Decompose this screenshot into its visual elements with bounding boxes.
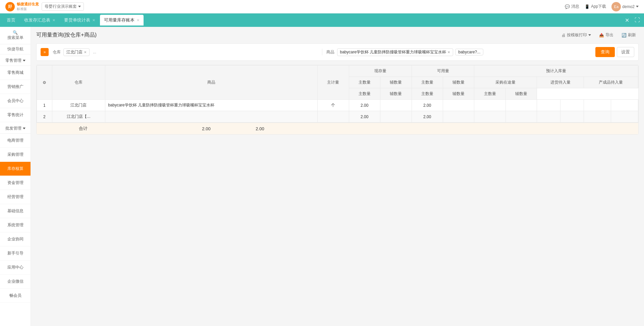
- search-icon: 🔍: [3, 30, 28, 35]
- stock-main-header: 主数量: [349, 77, 380, 88]
- industry-selector[interactable]: 母婴行业演示账套: [42, 2, 84, 11]
- top-bar: 好 畅捷通好生意 标准版 母婴行业演示账套 💬 消息 📱 App下载 Ea de…: [0, 0, 644, 13]
- sidebar-item-finance-mgmt[interactable]: 资金管理: [0, 176, 31, 190]
- settings-button[interactable]: 设置: [617, 47, 634, 57]
- tab-order-stats[interactable]: 要货单统计表 ✕: [60, 15, 99, 26]
- sidebar: 🔍 搜索菜单 快捷导航 零售管理 零售商城 营销推广 会员中心 零售统计 批发管…: [0, 27, 31, 326]
- inc-main-header: 主数量: [412, 88, 443, 100]
- row-avail-aux: [443, 100, 474, 111]
- data-table: ⚙ 仓库 商品 主计量 现存量 可用量 预计入库量 主数量 辅数量 主数量: [37, 65, 638, 123]
- product-tag-1[interactable]: babycare学饮杯 儿童防摔防撞吸管杯重力球吸嘴杯宝宝水杯 ✕: [337, 48, 453, 56]
- sidebar-item-member[interactable]: 畅会员: [0, 289, 31, 303]
- close-icon[interactable]: ✕: [137, 18, 140, 22]
- logo-text: 畅捷通好生意 标准版: [17, 2, 39, 11]
- print-template-btn[interactable]: 🖨 按模板打印: [559, 31, 594, 39]
- sidebar-item-basic-info[interactable]: 基础信息: [0, 204, 31, 218]
- row-index: 1: [37, 100, 52, 111]
- content-area: 可用量查询(按仓库+商品) 🖨 按模板打印 📤 导出 🔄 刷新: [31, 27, 644, 326]
- tab-receive[interactable]: 收发存汇总表 ✕: [20, 15, 59, 26]
- table-row: 1 江北门店 babycare学饮杯 儿童防摔防撞吸管杯重力球吸嘴杯宝宝水杯 个…: [37, 100, 638, 111]
- filter-area: » 仓库 江北门店 ✕ ... 商品 babyca: [36, 43, 639, 61]
- chevron-down-icon: [23, 128, 25, 129]
- filter-actions: 查询 设置: [595, 47, 634, 57]
- sidebar-item-retail-mgmt[interactable]: 零售管理: [0, 54, 31, 66]
- logo: 好 畅捷通好生意 标准版: [5, 2, 39, 11]
- export-btn[interactable]: 📤 导出: [596, 31, 616, 39]
- row-warehouse: 江北门店【...: [52, 111, 105, 123]
- page-content: 可用量查询(按仓库+商品) 🖨 按模板打印 📤 导出 🔄 刷新: [31, 27, 644, 326]
- tab-bar-right: ✕ ⛶: [624, 17, 641, 24]
- row-pt-main: [474, 100, 505, 111]
- warehouse-tag[interactable]: 江北门店 ✕: [63, 48, 90, 56]
- page-header: 可用量查询(按仓库+商品) 🖨 按模板打印 📤 导出 🔄 刷新: [36, 31, 639, 39]
- inc-aux-header: 辅数量: [443, 88, 474, 100]
- tab-available-stock[interactable]: 可用量库存账本 ✕: [100, 15, 144, 26]
- sidebar-item-retail-mall[interactable]: 零售商城: [0, 66, 31, 80]
- summary-avail-main: 2.00: [247, 126, 273, 131]
- row-stock-aux: [380, 100, 412, 111]
- fin-main-header: 主数量: [474, 88, 505, 100]
- sidebar-item-ecommerce-mgmt[interactable]: 电商管理: [0, 134, 31, 148]
- summary-label: 合计: [79, 126, 173, 132]
- sidebar-item-retail-stats[interactable]: 零售统计: [0, 108, 31, 122]
- close-icon[interactable]: ✕: [92, 18, 95, 22]
- sidebar-item-marketing[interactable]: 营销推广: [0, 80, 31, 94]
- app-download-btn[interactable]: 📱 App下载: [585, 4, 606, 9]
- row-stock-main: 2.00: [349, 100, 380, 111]
- gear-header[interactable]: ⚙: [37, 65, 52, 100]
- message-icon: 💬: [565, 4, 570, 9]
- close-icon[interactable]: ✕: [52, 18, 55, 22]
- sidebar-item-new-guide[interactable]: 新手引导: [0, 246, 31, 261]
- sidebar-item-member-center[interactable]: 会员中心: [0, 94, 31, 108]
- refresh-btn[interactable]: 🔄 刷新: [619, 31, 639, 39]
- product-filter-tags: babycare学饮杯 儿童防摔防撞吸管杯重力球吸嘴杯宝宝水杯 ✕ babyca…: [337, 48, 592, 56]
- page-title: 可用量查询(按仓库+商品): [36, 32, 97, 39]
- product-tag-2[interactable]: babycare?...: [455, 49, 483, 55]
- sidebar-item-enterprise-wechat[interactable]: 企业微信: [0, 275, 31, 289]
- sidebar-item-stock-mgmt[interactable]: 库存核算: [0, 162, 31, 176]
- sidebar-item-wholesale-mgmt[interactable]: 批发管理: [0, 122, 31, 134]
- row-product: babycare学饮杯 儿童防摔防撞吸管杯重力球吸嘴杯宝宝水杯: [105, 100, 318, 111]
- print-icon: 🖨: [561, 33, 566, 38]
- sidebar-item-enterprise-coop[interactable]: 企业协同: [0, 232, 31, 246]
- row-fin-aux: [611, 111, 638, 123]
- warehouse-header: 仓库: [52, 65, 105, 100]
- product-tag-1-close[interactable]: ✕: [447, 50, 450, 54]
- chevron-down-icon: [588, 34, 591, 36]
- sidebar-quick-nav[interactable]: 快捷导航: [0, 44, 31, 54]
- warehouse-tag-close[interactable]: ✕: [84, 50, 87, 54]
- tab-home[interactable]: 首页: [3, 15, 19, 26]
- top-bar-right: 💬 消息 📱 App下载 Ea demo2: [565, 2, 639, 11]
- message-btn[interactable]: 💬 消息: [565, 4, 579, 9]
- filter-toggle-btn[interactable]: »: [41, 48, 49, 56]
- row-index: 2: [37, 111, 52, 123]
- expand-btn[interactable]: ⛶: [633, 17, 641, 23]
- sidebar-item-ops-mgmt[interactable]: 经营管理: [0, 190, 31, 204]
- available-header: 可用量: [412, 65, 474, 77]
- stock-header: 现存量: [349, 65, 412, 77]
- tab-bar: 首页 收发存汇总表 ✕ 要货单统计表 ✕ 可用量库存账本 ✕ ✕ ⛶: [0, 13, 644, 27]
- filter-group: 仓库 江北门店 ✕ ... 商品 babycare学饮杯 儿童防摔防撞吸管杯重力…: [53, 48, 591, 56]
- row-fin-aux: [611, 100, 638, 111]
- page-actions: 🖨 按模板打印 📤 导出 🔄 刷新: [559, 31, 639, 39]
- table-row: 2 江北门店【... 2.00 2.00: [37, 111, 638, 123]
- avail-aux-header: 辅数量: [443, 77, 474, 88]
- row-avail-main: 2.00: [412, 111, 443, 123]
- sidebar-search[interactable]: 🔍 搜索菜单: [0, 27, 31, 44]
- avatar: Ea: [611, 2, 621, 11]
- row-inc-main: [537, 100, 560, 111]
- query-button[interactable]: 查询: [595, 47, 615, 57]
- chevron-down-icon: [78, 6, 81, 7]
- warehouse-filter-more[interactable]: ...: [92, 49, 98, 55]
- logo-icon: 好: [5, 2, 15, 11]
- user-menu[interactable]: Ea demo2: [611, 2, 639, 11]
- row-product: [105, 111, 318, 123]
- row-fin-main: [584, 100, 611, 111]
- unit-header: 主计量: [318, 65, 349, 100]
- sidebar-item-purchase-mgmt[interactable]: 采购管理: [0, 148, 31, 162]
- sidebar-item-system-mgmt[interactable]: 系统管理: [0, 218, 31, 232]
- row-unit: [318, 111, 349, 123]
- main-layout: 🔍 搜索菜单 快捷导航 零售管理 零售商城 营销推广 会员中心 零售统计 批发管…: [0, 27, 644, 326]
- sidebar-item-app-center[interactable]: 应用中心: [0, 261, 31, 275]
- close-all-tabs-btn[interactable]: ✕: [624, 17, 631, 24]
